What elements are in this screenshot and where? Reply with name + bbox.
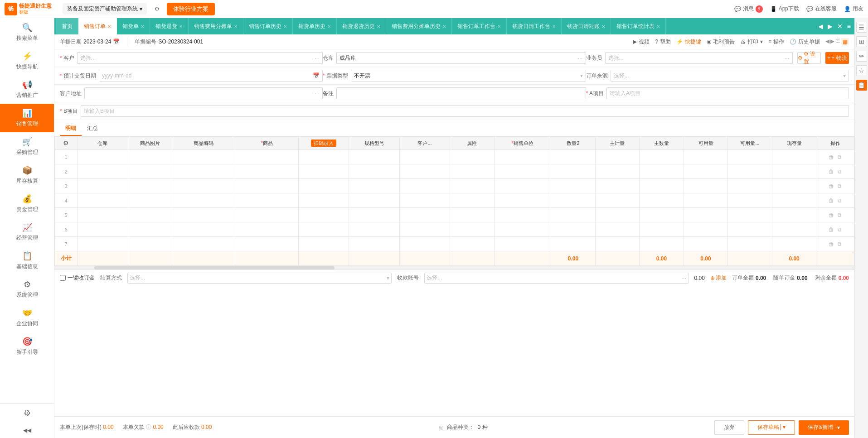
cell-5-warehouse[interactable] xyxy=(78,208,128,222)
message-item[interactable]: 💬 消息 9 xyxy=(734,5,763,13)
sidebar-item-9[interactable]: ⚙系统管理 xyxy=(0,275,54,303)
cell-7-qty2[interactable] xyxy=(551,237,596,251)
cell-1-customer_no[interactable] xyxy=(399,150,450,164)
cell-3-spec[interactable] xyxy=(349,179,399,193)
cell-1-code[interactable] xyxy=(172,150,235,164)
cell-6-code[interactable] xyxy=(172,222,235,237)
add-row-btn[interactable]: + + 物流 xyxy=(825,52,849,64)
sidebar-collapse[interactable]: ◀◀ xyxy=(0,423,54,438)
nav-tab-11[interactable]: 钱货日清对账✕ xyxy=(562,18,611,34)
cell-3-product[interactable] xyxy=(235,179,298,193)
add-payment-btn[interactable]: ⊕ 添加 xyxy=(710,274,727,282)
save-draft-button[interactable]: 保存草稿 ▾ xyxy=(748,420,795,435)
customer-addr-input[interactable]: ··· xyxy=(84,87,323,99)
cell-3-main_qty[interactable] xyxy=(640,179,684,193)
row-delete-5[interactable]: 🗑 xyxy=(829,212,834,218)
tab-close-4[interactable]: ✕ xyxy=(234,24,238,29)
nav-tab-0[interactable]: 首页 xyxy=(56,18,78,34)
row-copy-3[interactable]: ⧉ xyxy=(838,183,842,189)
cell-2-main_qty[interactable] xyxy=(640,164,684,179)
one-click-checkbox[interactable]: 一键收订金 xyxy=(60,274,95,282)
cell-1-product[interactable] xyxy=(235,150,298,164)
tab-close-11[interactable]: ✕ xyxy=(601,24,605,29)
cell-7-product[interactable] xyxy=(235,237,298,251)
cell-6-available2[interactable] xyxy=(728,222,772,237)
cell-3-unit[interactable] xyxy=(494,179,551,193)
cell-7-img[interactable] xyxy=(128,237,172,251)
nav-next-arrow[interactable]: ▶ xyxy=(826,22,834,31)
cell-7-scan[interactable] xyxy=(298,237,349,251)
cell-2-attr[interactable] xyxy=(450,164,495,179)
cell-2-spec[interactable] xyxy=(349,164,399,179)
cell-6-main_qty[interactable] xyxy=(640,222,684,237)
row-delete-7[interactable]: 🗑 xyxy=(829,241,834,247)
cell-7-spec[interactable] xyxy=(349,237,399,251)
tab-close-7[interactable]: ✕ xyxy=(377,24,380,29)
cell-2-img[interactable] xyxy=(128,164,172,179)
toolbar-help[interactable]: ? 帮助 xyxy=(655,38,671,46)
nav-menu[interactable]: ≡ xyxy=(845,22,853,31)
invoice-input[interactable]: 不开票 ▾ xyxy=(351,70,586,82)
cell-1-main_unit[interactable] xyxy=(595,150,640,164)
cell-3-available2[interactable] xyxy=(728,179,772,193)
toolbar-print[interactable]: 🖨 打印 ▾ xyxy=(740,38,763,46)
cell-3-current_stock[interactable] xyxy=(772,179,816,193)
cell-7-available2[interactable] xyxy=(728,237,772,251)
cell-1-scan[interactable] xyxy=(298,150,349,164)
right-panel-icon-1[interactable]: ☰ xyxy=(856,22,867,33)
cell-1-img[interactable] xyxy=(128,150,172,164)
detail-tab-0[interactable]: 明细 xyxy=(60,122,82,136)
cell-1-warehouse[interactable] xyxy=(78,150,128,164)
sidebar-item-0[interactable]: 🔍搜索菜单 xyxy=(0,18,54,47)
cell-2-current_stock[interactable] xyxy=(772,164,816,179)
cell-5-unit[interactable] xyxy=(494,208,551,222)
cell-3-warehouse[interactable] xyxy=(78,179,128,193)
cell-1-attr[interactable] xyxy=(450,150,495,164)
cell-2-main_unit[interactable] xyxy=(595,164,640,179)
customer-input[interactable]: 选择... ··· xyxy=(77,52,323,64)
cell-7-main_qty[interactable] xyxy=(640,237,684,251)
tab-close-9[interactable]: ✕ xyxy=(497,24,501,29)
grid-view-icon[interactable]: ▦ xyxy=(841,38,849,45)
user-item[interactable]: 👤 用友 xyxy=(844,5,863,13)
tab-close-1[interactable]: ✕ xyxy=(107,24,111,29)
industry-btn[interactable]: 体验行业方案 xyxy=(167,3,215,15)
save-new-button[interactable]: 保存&新增 ▾ xyxy=(799,420,849,435)
cell-6-img[interactable] xyxy=(128,222,172,237)
toolbar-profit[interactable]: ◉ 毛利预告 xyxy=(707,38,735,46)
sidebar-item-10[interactable]: 🤝企业协同 xyxy=(0,303,54,332)
cell-6-product[interactable] xyxy=(235,222,298,237)
cell-2-warehouse[interactable] xyxy=(78,164,128,179)
col-header-settings[interactable]: ⚙ xyxy=(55,137,78,150)
cell-1-main_qty[interactable] xyxy=(640,150,684,164)
cell-6-main_unit[interactable] xyxy=(595,222,640,237)
cell-6-unit[interactable] xyxy=(494,222,551,237)
tab-close-2[interactable]: ✕ xyxy=(141,24,144,29)
nav-tab-6[interactable]: 销货单历史✕ xyxy=(293,18,337,34)
nav-tab-5[interactable]: 销售订单历史✕ xyxy=(243,18,293,34)
cell-3-img[interactable] xyxy=(128,179,172,193)
cell-5-img[interactable] xyxy=(128,208,172,222)
sidebar-item-2[interactable]: 📢营销推广 xyxy=(0,75,54,104)
cell-3-qty2[interactable] xyxy=(551,179,596,193)
cell-1-current_stock[interactable] xyxy=(772,150,816,164)
cell-6-qty2[interactable] xyxy=(551,222,596,237)
sidebar-item-8[interactable]: 📋基础信息 xyxy=(0,246,54,275)
sidebar-item-11[interactable]: 🎯新手引导 xyxy=(0,332,54,361)
cell-7-attr[interactable] xyxy=(450,237,495,251)
row-copy-1[interactable]: ⧉ xyxy=(838,154,842,160)
date-value[interactable]: 2023-03-24 xyxy=(83,39,111,45)
toolbar-shortcut[interactable]: ⚡ 快捷键 xyxy=(676,38,701,46)
sidebar-item-3[interactable]: 📊销售管理 xyxy=(0,104,54,132)
cell-7-current_stock[interactable] xyxy=(772,237,816,251)
nav-tab-7[interactable]: 销货退货历史✕ xyxy=(337,18,386,34)
col-header-scan[interactable]: 扫码录入 xyxy=(298,137,349,150)
horizontal-scrollbar[interactable] xyxy=(94,266,335,270)
cell-1-qty2[interactable] xyxy=(551,150,596,164)
nav-close-all[interactable]: ✕ xyxy=(835,22,844,31)
salesperson-input[interactable]: 选择... ··· xyxy=(605,52,793,64)
cell-3-main_unit[interactable] xyxy=(595,179,640,193)
one-click-check[interactable] xyxy=(60,275,66,281)
cell-4-available2[interactable] xyxy=(728,193,772,208)
cell-5-available2[interactable] xyxy=(728,208,772,222)
